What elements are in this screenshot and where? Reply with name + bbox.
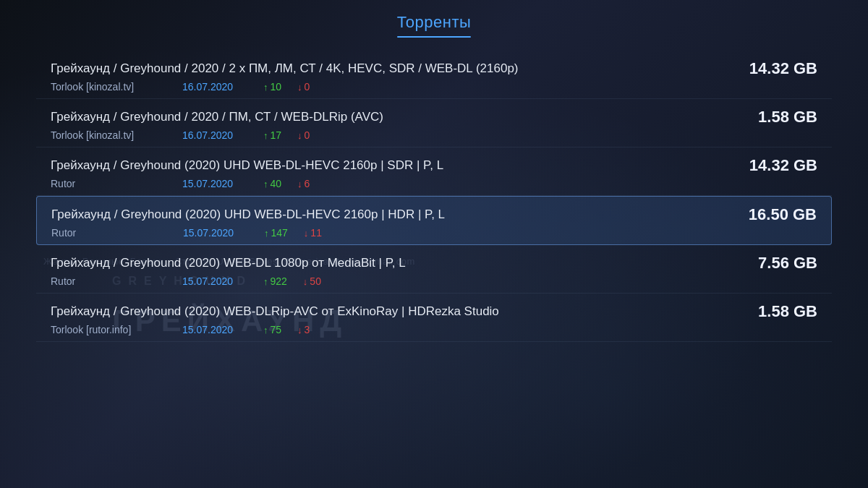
- main-container: Торренты Грейхаунд / Greyhound / 2020 / …: [0, 0, 868, 488]
- torrent-leeches: 3: [305, 324, 310, 335]
- leech-group: ↓ 0: [297, 81, 310, 93]
- seed-group: ↑ 922: [263, 275, 287, 287]
- torrent-row[interactable]: Грейхаунд / Greyhound (2020) UHD WEB-DL-…: [36, 196, 832, 245]
- seed-arrow-icon: ↑: [263, 276, 268, 287]
- torrent-source: Torlook [kinozal.tv]: [51, 81, 166, 93]
- torrent-meta: Torlook [kinozal.tv] 16.07.2020 ↑ 17 ↓ 0: [51, 129, 817, 141]
- torrent-title: Грейхаунд / Greyhound (2020) UHD WEB-DL-…: [51, 158, 731, 173]
- torrent-leeches: 6: [305, 178, 310, 189]
- torrent-date: 16.07.2020: [182, 81, 247, 93]
- torrent-title: Грейхаунд / Greyhound (2020) WEB-DL 1080…: [51, 256, 731, 270]
- torrent-meta: Torlook [rutor.info] 15.07.2020 ↑ 75 ↓ 3: [51, 324, 817, 335]
- torrent-title: Грейхаунд / Greyhound (2020) UHD WEB-DL-…: [51, 207, 730, 222]
- torrent-source: Rutor: [51, 275, 166, 287]
- seed-arrow-icon: ↑: [264, 228, 269, 239]
- torrent-leeches: 0: [305, 81, 310, 93]
- torrent-source: Rutor: [51, 178, 166, 189]
- torrent-meta: Rutor 15.07.2020 ↑ 147 ↓ 11: [51, 227, 817, 239]
- torrent-title: Грейхаунд / Greyhound (2020) WEB-DLRip-A…: [51, 304, 731, 319]
- seed-group: ↑ 10: [263, 81, 281, 93]
- torrent-leeches: 50: [310, 275, 321, 287]
- torrent-leeches: 0: [305, 129, 310, 141]
- leech-arrow-icon: ↓: [304, 228, 309, 239]
- torrent-top: Грейхаунд / Greyhound (2020) UHD WEB-DL-…: [51, 205, 817, 224]
- torrent-size: 16.50 GB: [730, 205, 817, 224]
- torrent-top: Грейхаунд / Greyhound / 2020 / ПМ, СТ / …: [51, 108, 817, 127]
- leech-group: ↓ 3: [297, 324, 310, 335]
- seed-group: ↑ 147: [264, 227, 288, 239]
- torrent-date: 15.07.2020: [182, 178, 247, 189]
- seed-group: ↑ 40: [263, 178, 281, 189]
- torrent-top: Грейхаунд / Greyhound / 2020 / 2 х ПМ, Л…: [51, 59, 817, 78]
- torrent-source: Rutor: [51, 227, 167, 239]
- torrent-seeds: 922: [271, 275, 287, 287]
- torrent-meta: Torlook [kinozal.tv] 16.07.2020 ↑ 10 ↓ 0: [51, 81, 817, 93]
- leech-arrow-icon: ↓: [297, 82, 302, 93]
- torrent-top: Грейхаунд / Greyhound (2020) UHD WEB-DL-…: [51, 156, 817, 175]
- leech-group: ↓ 50: [303, 275, 321, 287]
- torrent-size: 14.32 GB: [731, 156, 817, 175]
- torrent-meta: Rutor 15.07.2020 ↑ 40 ↓ 6: [51, 178, 817, 189]
- torrent-size: 1.58 GB: [731, 108, 817, 127]
- torrent-seeds: 147: [271, 227, 288, 239]
- torrent-title: Грейхаунд / Greyhound / 2020 / 2 х ПМ, Л…: [51, 61, 731, 76]
- seed-arrow-icon: ↑: [263, 325, 268, 335]
- torrent-source: Torlook [kinozal.tv]: [51, 129, 166, 141]
- leech-group: ↓ 11: [304, 227, 322, 239]
- torrent-row[interactable]: Грейхаунд / Greyhound / 2020 / ПМ, СТ / …: [36, 99, 832, 147]
- torrent-meta: Rutor 15.07.2020 ↑ 922 ↓ 50: [51, 275, 817, 287]
- torrent-source: Torlook [rutor.info]: [51, 324, 166, 335]
- leech-group: ↓ 0: [297, 129, 310, 141]
- torrent-top: Грейхаунд / Greyhound (2020) WEB-DL 1080…: [51, 254, 817, 273]
- torrent-row[interactable]: Грейхаунд / Greyhound / 2020 / 2 х ПМ, Л…: [36, 51, 832, 99]
- torrent-date: 15.07.2020: [182, 324, 247, 335]
- torrent-seeds: 40: [271, 178, 282, 189]
- leech-arrow-icon: ↓: [297, 325, 302, 335]
- torrents-list: Грейхаунд / Greyhound / 2020 / 2 х ПМ, Л…: [36, 51, 832, 342]
- torrent-top: Грейхаунд / Greyhound (2020) WEB-DLRip-A…: [51, 302, 817, 321]
- tab-header: Торренты: [397, 13, 472, 38]
- leech-arrow-icon: ↓: [297, 130, 302, 141]
- torrent-size: 1.58 GB: [731, 302, 817, 321]
- seed-arrow-icon: ↑: [263, 82, 268, 93]
- torrents-tab-label[interactable]: Торренты: [397, 13, 472, 36]
- torrent-date: 15.07.2020: [183, 227, 248, 239]
- torrent-leeches: 11: [310, 227, 322, 239]
- leech-arrow-icon: ↓: [297, 179, 302, 189]
- torrent-date: 16.07.2020: [182, 129, 247, 141]
- leech-group: ↓ 6: [297, 178, 310, 189]
- torrent-title: Грейхаунд / Greyhound / 2020 / ПМ, СТ / …: [51, 110, 731, 124]
- seed-arrow-icon: ↑: [263, 130, 268, 141]
- tab-underline: [397, 36, 472, 38]
- torrent-size: 7.56 GB: [731, 254, 817, 273]
- torrent-size: 14.32 GB: [731, 59, 817, 78]
- seed-arrow-icon: ↑: [263, 179, 268, 189]
- torrent-seeds: 75: [271, 324, 282, 335]
- torrent-seeds: 17: [271, 129, 282, 141]
- torrent-row[interactable]: Грейхаунд / Greyhound (2020) WEB-DL 1080…: [36, 245, 832, 294]
- torrent-row[interactable]: Грейхаунд / Greyhound (2020) UHD WEB-DL-…: [36, 147, 832, 196]
- torrent-date: 15.07.2020: [182, 275, 247, 287]
- seed-group: ↑ 75: [263, 324, 281, 335]
- seed-group: ↑ 17: [263, 129, 281, 141]
- torrent-row[interactable]: Грейхаунд / Greyhound (2020) WEB-DLRip-A…: [36, 294, 832, 342]
- torrent-seeds: 10: [271, 81, 282, 93]
- leech-arrow-icon: ↓: [303, 276, 308, 287]
